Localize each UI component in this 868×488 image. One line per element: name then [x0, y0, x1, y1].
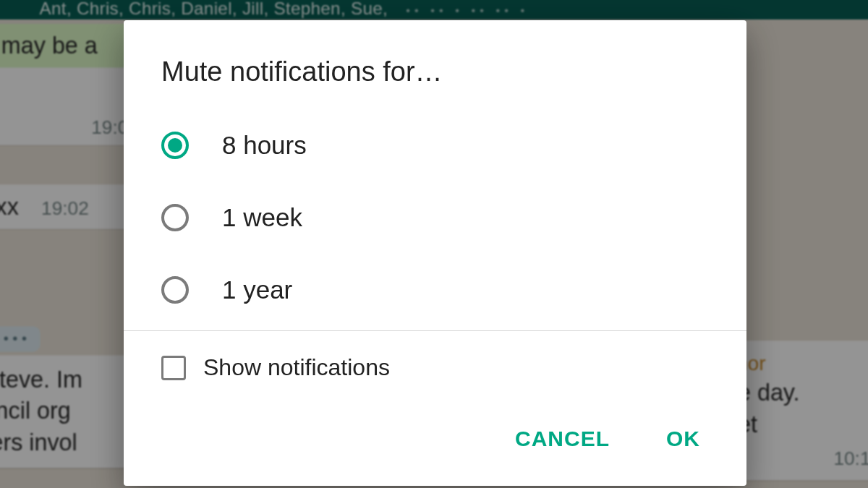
- mute-option-8-hours[interactable]: 8 hours: [161, 109, 709, 181]
- mute-option-1-week[interactable]: 1 week: [161, 181, 709, 254]
- radio-icon: [161, 276, 189, 304]
- mute-option-1-year[interactable]: 1 year: [161, 254, 709, 326]
- radio-icon: [161, 204, 189, 231]
- dialog-title: Mute notifications for…: [124, 20, 746, 109]
- ok-button[interactable]: OK: [663, 419, 703, 458]
- mute-duration-options: 8 hours 1 week 1 year: [124, 109, 746, 326]
- mute-option-label: 8 hours: [222, 131, 307, 160]
- show-notifications-checkbox-row[interactable]: Show notifications: [124, 331, 746, 381]
- mute-option-label: 1 year: [222, 275, 292, 304]
- checkbox-icon: [161, 356, 186, 380]
- radio-icon: [161, 132, 189, 159]
- cancel-button[interactable]: CANCEL: [512, 419, 613, 458]
- mute-notifications-dialog: Mute notifications for… 8 hours 1 week 1…: [124, 20, 746, 486]
- show-notifications-label: Show notifications: [203, 354, 390, 381]
- mute-option-label: 1 week: [222, 203, 302, 232]
- dialog-actions: CANCEL OK: [124, 419, 746, 486]
